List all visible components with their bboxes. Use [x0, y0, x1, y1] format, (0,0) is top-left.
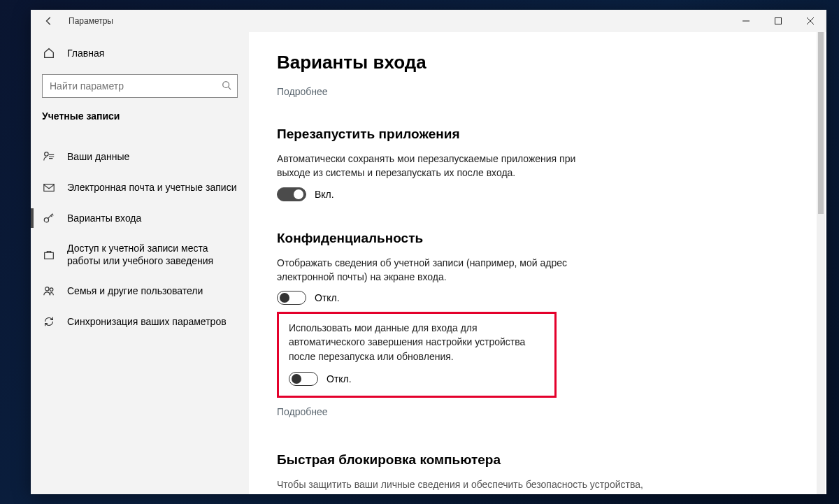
- sidebar-item-label: Ваши данные: [67, 150, 238, 163]
- sidebar-section-label: Учетные записи: [31, 110, 249, 129]
- sidebar-item-label: Доступ к учетной записи места работы или…: [67, 242, 238, 267]
- sidebar-nav: Ваши данные Электронная почта и учетные …: [31, 141, 249, 337]
- back-button[interactable]: [42, 14, 56, 28]
- sidebar-item-signin-options[interactable]: Варианты входа: [31, 203, 249, 233]
- dynamic-lock-heading: Быстрая блокировка компьютера: [277, 452, 798, 468]
- titlebar: Параметры: [31, 10, 826, 32]
- sidebar-item-label: Семья и другие пользователи: [67, 285, 238, 297]
- privacy-learn-more-link[interactable]: Подробнее: [277, 406, 328, 417]
- scrollbar-thumb[interactable]: [818, 32, 824, 214]
- sidebar-item-email-accounts[interactable]: Электронная почта и учетные записи: [31, 172, 249, 203]
- restart-apps-desc: Автоматически сохранять мои перезапускае…: [277, 152, 585, 180]
- maximize-button[interactable]: [762, 10, 794, 32]
- people-icon: [42, 284, 56, 298]
- restart-apps-toggle-label: Вкл.: [315, 189, 334, 200]
- sync-icon: [42, 315, 56, 329]
- sidebar-item-sync[interactable]: Синхронизация ваших параметров: [31, 306, 249, 337]
- signin-data-toggle-label: Откл.: [327, 373, 352, 384]
- settings-window: Параметры Главная: [31, 10, 826, 494]
- signin-data-desc: Использовать мои данные для входа для ав…: [289, 321, 545, 363]
- account-info-desc: Отображать сведения об учетной записи (н…: [277, 256, 585, 285]
- minimize-button[interactable]: [730, 10, 762, 32]
- highlighted-setting: Использовать мои данные для входа для ав…: [277, 312, 557, 398]
- svg-rect-1: [775, 18, 782, 24]
- sidebar: Главная Учетные записи Ваши данные: [31, 32, 249, 494]
- privacy-heading: Конфиденциальность: [277, 231, 798, 246]
- page-title: Варианты входа: [277, 52, 798, 73]
- briefcase-icon: [42, 247, 56, 261]
- main-content: Варианты входа Подробнее Перезапустить п…: [249, 32, 826, 494]
- home-link[interactable]: Главная: [31, 39, 249, 67]
- sidebar-item-family-users[interactable]: Семья и другие пользователи: [31, 275, 249, 306]
- window-title: Параметры: [69, 16, 113, 26]
- dynamic-lock-desc: Чтобы защитить ваши личные сведения и об…: [277, 477, 654, 494]
- scrollbar[interactable]: [817, 32, 825, 494]
- restart-apps-heading: Перезапустить приложения: [277, 127, 798, 142]
- sidebar-item-label: Варианты входа: [67, 212, 238, 224]
- home-icon: [42, 46, 56, 60]
- signin-data-toggle[interactable]: [289, 372, 318, 386]
- account-info-toggle[interactable]: [277, 291, 306, 305]
- svg-point-8: [44, 218, 48, 222]
- search-icon: [222, 80, 231, 92]
- svg-rect-9: [45, 252, 54, 259]
- svg-point-6: [45, 152, 48, 156]
- svg-point-4: [223, 81, 229, 87]
- mail-icon: [42, 180, 56, 194]
- home-label: Главная: [67, 48, 104, 59]
- svg-rect-7: [44, 185, 54, 192]
- svg-point-11: [50, 288, 53, 291]
- restart-apps-toggle[interactable]: [277, 187, 306, 201]
- svg-point-10: [45, 287, 49, 291]
- learn-more-link[interactable]: Подробнее: [277, 86, 328, 97]
- key-icon: [42, 211, 56, 225]
- sidebar-item-work-school[interactable]: Доступ к учетной записи места работы или…: [31, 233, 249, 275]
- sidebar-item-label: Электронная почта и учетные записи: [67, 181, 238, 194]
- window-controls: [730, 10, 826, 32]
- search-box[interactable]: [42, 74, 238, 98]
- search-input[interactable]: [50, 80, 222, 92]
- account-info-toggle-label: Откл.: [315, 292, 340, 303]
- sidebar-item-label: Синхронизация ваших параметров: [67, 315, 238, 328]
- close-button[interactable]: [794, 10, 826, 32]
- sidebar-item-your-info[interactable]: Ваши данные: [31, 141, 249, 172]
- info-icon: [42, 150, 56, 164]
- svg-line-5: [229, 87, 231, 89]
